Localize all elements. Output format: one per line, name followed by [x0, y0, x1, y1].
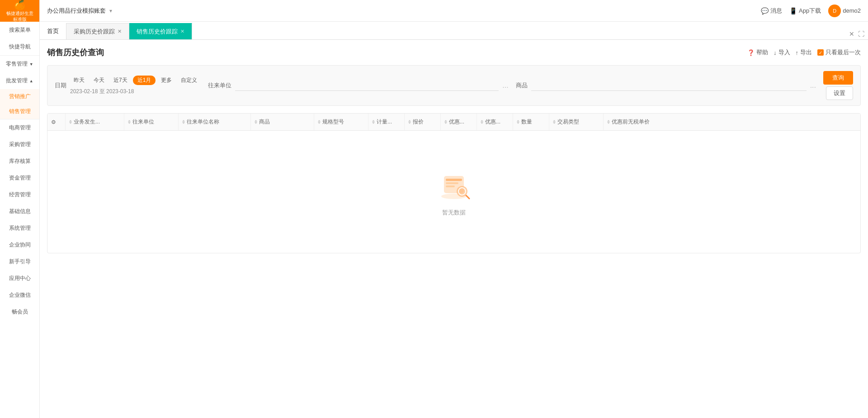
message-button[interactable]: 💬 消息: [761, 7, 782, 15]
sidebar-item-search[interactable]: 搜索菜单: [0, 22, 39, 38]
date-btn-1month[interactable]: 近1月: [133, 76, 156, 85]
tab-sales-close-icon[interactable]: ✕: [180, 28, 184, 34]
date-btn-7days[interactable]: 近7天: [110, 76, 131, 85]
topbar-left: 办公用品行业模拟账套 ▾: [47, 7, 112, 15]
date-btn-more[interactable]: 更多: [157, 76, 175, 85]
svg-line-6: [466, 195, 469, 199]
gear-icon[interactable]: ⚙: [51, 119, 56, 125]
th-discount2-label: 优惠...: [485, 118, 500, 126]
th-spec-label: 规格型号: [322, 118, 344, 126]
topbar: 办公用品行业模拟账套 ▾ 💬 消息 📱 App下载 D demo2: [40, 0, 868, 22]
sidebar-item-wholesale[interactable]: 批发管理 ▲: [0, 72, 39, 89]
date-range: 2023-02-18 至 2023-03-18: [70, 88, 201, 95]
date-btn-yesterday[interactable]: 昨天: [70, 76, 88, 85]
sort-unit-icon: [372, 120, 375, 124]
sort-discount1-icon: [444, 120, 447, 124]
sidebar-item-marketing[interactable]: 营销推广: [0, 89, 39, 104]
topbar-title: 办公用品行业模拟账套: [47, 7, 106, 15]
unit-input[interactable]: [235, 80, 499, 91]
sidebar-item-basicinfo[interactable]: 基础信息: [0, 203, 39, 220]
sort-tax-icon: [607, 120, 610, 124]
goods-input[interactable]: [531, 80, 807, 91]
sidebar-item-purchase[interactable]: 采购管理: [0, 136, 39, 153]
th-spec[interactable]: 规格型号: [314, 114, 368, 130]
sort-unit-code-icon: [128, 120, 131, 124]
th-quote[interactable]: 报价: [405, 114, 441, 130]
sort-spec-icon: [318, 120, 321, 124]
sidebar-item-system[interactable]: 系统管理: [0, 220, 39, 237]
th-qty-label: 数量: [521, 118, 532, 126]
sidebar-item-ecommerce[interactable]: 电商管理: [0, 119, 39, 136]
th-unit-code[interactable]: 往来单位: [124, 114, 179, 130]
sidebar-item-member[interactable]: 畅会员: [0, 304, 39, 320]
unit-label: 往来单位: [208, 81, 231, 90]
sidebar-item-nav[interactable]: 快捷导航: [0, 38, 39, 55]
query-button[interactable]: 查询: [823, 71, 853, 85]
filter-row: 日期 昨天 今天 近7天 近1月 更多 自定义 2023-02-18 至 202…: [55, 71, 853, 100]
sort-trade-icon: [553, 120, 556, 124]
th-gear[interactable]: ⚙: [47, 114, 66, 130]
unit-dots[interactable]: ...: [502, 81, 508, 90]
content-inner: 销售历史价查询 ❓ 帮助 ↓ 导入 ↑ 导出: [40, 40, 868, 261]
th-qty[interactable]: 数量: [513, 114, 549, 130]
tab-sales-label: 销售历史价跟踪: [137, 28, 178, 36]
svg-rect-4: [446, 185, 455, 187]
tab-purchase-history[interactable]: 采购历史价跟踪 ✕: [66, 23, 129, 39]
no-data-icon: [436, 167, 472, 203]
svg-rect-2: [446, 179, 462, 181]
th-tax[interactable]: 优惠前无税单价: [604, 114, 860, 130]
help-button[interactable]: ❓ 帮助: [747, 48, 768, 57]
sidebar-item-appcenter[interactable]: 应用中心: [0, 270, 39, 287]
th-goods-label: 商品: [259, 118, 270, 126]
th-unit-name[interactable]: 往来单位名称: [179, 114, 251, 130]
export-button[interactable]: ↑ 导出: [796, 48, 812, 57]
tabbar-right: ✕ ⛶: [849, 30, 868, 39]
tab-expand-icon[interactable]: ⛶: [858, 30, 864, 38]
th-trade[interactable]: 交易类型: [549, 114, 604, 130]
date-btn-today[interactable]: 今天: [90, 76, 108, 85]
no-data-text: 暂无数据: [442, 209, 466, 217]
tab-close-all-icon[interactable]: ✕: [849, 30, 854, 38]
unit-filter-group: 往来单位 ...: [208, 80, 508, 91]
sidebar: 🍊 畅捷通好生意标准版 搜索菜单 快捷导航 零售管理 ▼ 批发管理 ▲ 营销推广…: [0, 0, 40, 418]
topbar-dropdown-icon[interactable]: ▾: [109, 8, 112, 14]
sidebar-item-sales[interactable]: 销售管理: [0, 104, 39, 119]
app-logo-text: 畅捷通好生意标准版: [6, 10, 33, 22]
tab-purchase-label: 采购历史价跟踪: [74, 28, 115, 36]
th-date[interactable]: 业务发生...: [66, 114, 124, 130]
tab-purchase-close-icon[interactable]: ✕: [118, 28, 122, 34]
only-last-checkbox-label[interactable]: 只看最后一次: [817, 48, 861, 57]
import-button[interactable]: ↓ 导入: [774, 48, 790, 57]
tab-sales-history[interactable]: 销售历史价跟踪 ✕: [129, 23, 192, 39]
sort-date-icon: [69, 120, 72, 124]
sort-unit-name-icon: [182, 120, 185, 124]
sidebar-item-wxwork[interactable]: 企业微信: [0, 287, 39, 304]
sidebar-item-retail[interactable]: 零售管理 ▼: [0, 55, 39, 72]
sidebar-item-inventory[interactable]: 库存核算: [0, 153, 39, 170]
only-last-checkbox[interactable]: [817, 49, 824, 56]
th-unit[interactable]: 计量...: [368, 114, 405, 130]
table-header: ⚙ 业务发生... 往来单位: [47, 114, 860, 131]
tab-home[interactable]: 首页: [40, 23, 66, 39]
th-discount2[interactable]: 优惠...: [477, 114, 513, 130]
page-title: 销售历史价查询: [47, 47, 104, 58]
th-discount1[interactable]: 优惠...: [441, 114, 477, 130]
th-quote-label: 报价: [413, 118, 424, 126]
message-icon: 💬: [761, 7, 769, 14]
sort-discount2-icon: [481, 120, 483, 124]
date-buttons: 昨天 今天 近7天 近1月 更多 自定义: [70, 76, 201, 85]
th-goods[interactable]: 商品: [251, 114, 314, 130]
filter-bar: 日期 昨天 今天 近7天 近1月 更多 自定义 2023-02-18 至 202…: [47, 65, 861, 106]
settings-button[interactable]: 设置: [826, 86, 853, 100]
app-download-button[interactable]: 📱 App下载: [789, 7, 821, 15]
user-avatar-button[interactable]: D demo2: [828, 5, 861, 17]
sidebar-item-collab[interactable]: 企业协同: [0, 237, 39, 253]
sidebar-item-finance[interactable]: 资金管理: [0, 170, 39, 186]
goods-dots[interactable]: ...: [810, 81, 816, 90]
sort-quote-icon: [408, 120, 411, 124]
sidebar-item-operation[interactable]: 经营管理: [0, 186, 39, 203]
goods-filter-group: 商品 ...: [516, 80, 816, 91]
date-btn-custom[interactable]: 自定义: [177, 76, 201, 85]
sort-goods-icon: [255, 120, 257, 124]
sidebar-item-guide[interactable]: 新手引导: [0, 253, 39, 270]
